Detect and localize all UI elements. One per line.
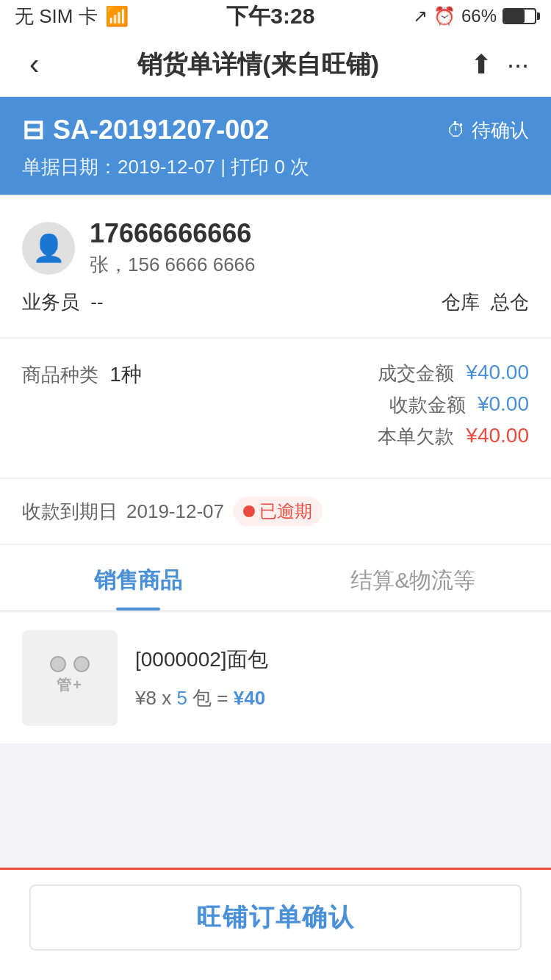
owl-eye-right (73, 656, 90, 672)
collected-row: 收款金额 ¥0.00 (378, 392, 529, 418)
product-type-value: 1种 (109, 363, 142, 386)
avatar: 👤 (22, 222, 75, 275)
warehouse-value: 总仓 (491, 291, 529, 313)
carrier-label: 无 SIM 卡 (15, 4, 98, 29)
status-right: ↗ ⏰ 66% (413, 6, 536, 26)
product-calculation: ¥8 x 5 包 = ¥40 (135, 685, 529, 711)
alarm-icon: ⏰ (433, 6, 455, 26)
customer-card: 👤 17666666666 张，156 6666 6666 业务员 -- 仓库 … (0, 196, 551, 337)
product-type-section: 商品种类 1种 (22, 361, 142, 389)
bottom-bar: 旺铺订单确认 (0, 868, 551, 980)
owed-row: 本单欠款 ¥40.00 (378, 424, 529, 450)
due-date-label: 收款到期日 (22, 499, 118, 525)
due-date-value: 2019-12-07 (126, 500, 224, 523)
product-card: 管+ [0000002]面包 ¥8 x 5 包 = ¥40 (0, 613, 551, 743)
multiply-sign: x (162, 687, 176, 709)
overdue-dot-icon (243, 505, 255, 517)
page-title: 销货单详情(来自旺铺) (46, 48, 470, 82)
owed-label: 本单欠款 (378, 424, 454, 450)
status-clock-icon: ⏱ (447, 119, 466, 142)
customer-phone: 17666666666 (90, 218, 256, 249)
product-price: ¥8 (135, 687, 156, 709)
battery-icon (503, 8, 536, 24)
summary-card: 商品种类 1种 成交金额 ¥40.00 收款金额 ¥0.00 本单欠款 ¥40.… (0, 339, 551, 478)
due-date-card: 收款到期日 2019-12-07 已逾期 (0, 479, 551, 544)
product-qty: 5 (176, 687, 187, 709)
amounts-section: 成交金额 ¥40.00 收款金额 ¥0.00 本单欠款 ¥40.00 (378, 361, 529, 455)
overdue-badge: 已逾期 (233, 497, 323, 526)
product-thumbnail: 管+ (22, 630, 118, 726)
order-id-icon: ⊟ (22, 115, 44, 145)
deal-amount-label: 成交金额 (378, 361, 454, 386)
nav-bar: ‹ 销货单详情(来自旺铺) ⬆ ··· (0, 32, 551, 97)
salesperson-value: -- (90, 291, 103, 313)
avatar-icon: 👤 (32, 233, 65, 264)
status-time: 下午3:28 (226, 1, 314, 32)
customer-name: 张，156 6666 6666 (90, 252, 256, 278)
warehouse-info: 仓库 总仓 (442, 289, 529, 315)
battery-percentage: 66% (461, 6, 497, 26)
deal-amount-row: 成交金额 ¥40.00 (378, 361, 529, 386)
status-left: 无 SIM 卡 📶 (15, 4, 129, 29)
confirm-order-button[interactable]: 旺铺订单确认 (29, 884, 522, 951)
back-button[interactable]: ‹ (22, 40, 46, 88)
overdue-text: 已逾期 (259, 500, 312, 523)
order-status: ⏱ 待确认 (447, 118, 529, 143)
location-icon: ↗ (413, 6, 428, 26)
collected-value: ¥0.00 (478, 392, 529, 418)
product-unit: 包 (192, 687, 212, 709)
collected-label: 收款金额 (389, 392, 466, 418)
more-button[interactable]: ··· (507, 49, 529, 80)
product-name: [0000002]面包 (135, 646, 529, 674)
deal-amount-value: ¥40.00 (466, 361, 529, 386)
equals-sign: = (217, 687, 233, 709)
salesperson-label: 业务员 (22, 291, 79, 313)
tabs: 销售商品 结算&物流等 (0, 545, 551, 611)
order-meta: 单据日期：2019-12-07 | 打印 0 次 (22, 154, 529, 180)
tab-settlement[interactable]: 结算&物流等 (276, 545, 551, 610)
status-bar: 无 SIM 卡 📶 下午3:28 ↗ ⏰ 66% (0, 0, 551, 32)
order-id: ⊟ SA-20191207-002 (22, 115, 269, 145)
product-total: ¥40 (234, 687, 265, 709)
owed-value: ¥40.00 (466, 424, 529, 450)
nav-actions: ⬆ ··· (470, 49, 529, 80)
owl-text: 管+ (40, 675, 99, 695)
customer-info-row: 业务员 -- 仓库 总仓 (22, 289, 529, 315)
wifi-icon: 📶 (105, 5, 129, 28)
order-header: ⊟ SA-20191207-002 ⏱ 待确认 单据日期：2019-12-07 … (0, 97, 551, 195)
product-info: [0000002]面包 ¥8 x 5 包 = ¥40 (135, 646, 529, 711)
order-id-text: SA-20191207-002 (53, 115, 269, 145)
product-type-label: 商品种类 (22, 364, 98, 386)
share-button[interactable]: ⬆ (470, 49, 492, 80)
owl-eye-left (50, 656, 66, 672)
warehouse-label: 仓库 (442, 291, 480, 313)
tab-products[interactable]: 销售商品 (0, 545, 276, 610)
salesperson-info: 业务员 -- (22, 289, 104, 315)
status-text: 待确认 (472, 118, 529, 143)
